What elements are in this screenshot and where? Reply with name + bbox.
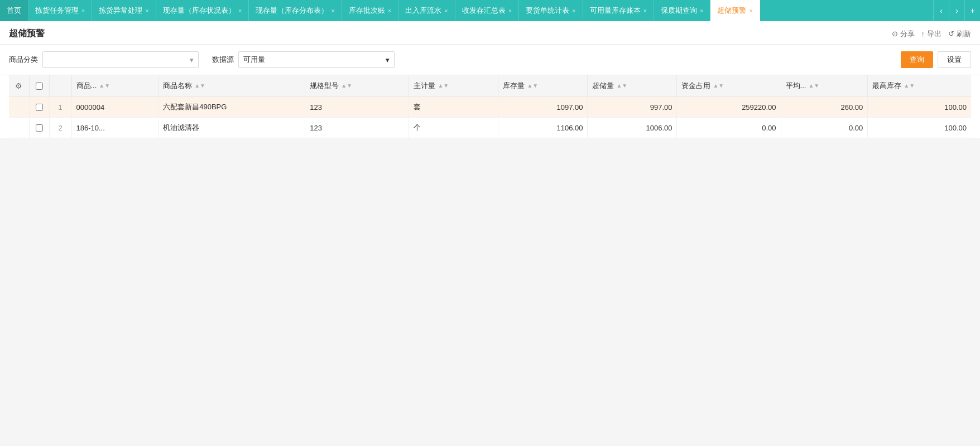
th-spec[interactable]: 规格型号 ▲▼ (305, 75, 409, 97)
header-actions: ⊙ 分享 ↑ 导出 ↺ 刷新 (892, 29, 972, 39)
th-overstock[interactable]: 超储量 ▲▼ (588, 75, 677, 97)
row-name-1: 机油滤清器 (158, 118, 305, 138)
datasource-label: 数据源 (212, 55, 234, 65)
nav-item-avail-account[interactable]: 可用量库存账本 × (583, 0, 654, 21)
row-stock-0: 1097.00 (498, 97, 588, 118)
nav-arrow-expand[interactable]: + (964, 0, 980, 21)
sort-overstock-icon: ▲▼ (616, 83, 627, 89)
sort-max-icon: ▲▼ (904, 83, 915, 89)
nav-item-home[interactable]: 首页 (0, 0, 28, 21)
close-abnormal[interactable]: × (145, 7, 148, 14)
th-name[interactable]: 商品名称 ▲▼ (158, 75, 305, 97)
refresh-icon: ↺ (948, 30, 954, 38)
datasource-select[interactable]: 可用量 ▾ (238, 51, 395, 68)
nav-item-quality-check[interactable]: 保质期查询 × (654, 0, 710, 21)
datasource-chevron-icon: ▾ (386, 56, 390, 64)
row-checkbox-0 (29, 97, 49, 118)
row-select-1[interactable] (36, 124, 43, 132)
row-unit-0: 套 (409, 97, 498, 118)
datasource-select-value: 可用量 (243, 55, 265, 65)
sort-name-icon: ▲▼ (194, 83, 205, 89)
row-num-1: 2 (49, 118, 71, 138)
sort-unit-icon: ▲▼ (438, 83, 449, 89)
filter-actions: 查询 设置 (901, 51, 971, 68)
row-avg-0: 260.00 (781, 97, 868, 118)
th-stock[interactable]: 库存量 ▲▼ (498, 75, 588, 97)
nav-item-order-stats[interactable]: 要货单统计表 × (519, 0, 583, 21)
share-icon: ⊙ (892, 30, 898, 38)
share-button[interactable]: ⊙ 分享 (892, 29, 915, 39)
category-label: 商品分类 (9, 55, 38, 65)
row-max-0: 100.00 (868, 97, 971, 118)
th-avg[interactable]: 平均... ▲▼ (781, 75, 868, 97)
row-spec-1: 123 (305, 118, 409, 138)
row-settings-0 (9, 97, 29, 118)
row-overstock-0: 997.00 (588, 97, 677, 118)
settings-button[interactable]: 设置 (938, 51, 971, 68)
close-inout-flow[interactable]: × (444, 7, 448, 14)
data-table: ⚙ 商品... ▲▼ 商品名称 ▲▼ (9, 75, 971, 138)
row-settings-1 (9, 118, 29, 138)
nav-arrow-left[interactable]: ‹ (933, 0, 949, 21)
row-max-1: 100.00 (868, 118, 971, 138)
nav-item-inventory-status[interactable]: 现存量（库存状况表） × (156, 0, 249, 21)
close-recv-send[interactable]: × (508, 7, 512, 14)
nav-item-task-mgmt[interactable]: 拣货任务管理 × (28, 0, 92, 21)
settings-gear-icon[interactable]: ⚙ (15, 81, 22, 90)
row-spec-0: 123 (305, 97, 409, 118)
row-select-0[interactable] (36, 104, 43, 111)
filter-area: 商品分类 ▾ 数据源 可用量 ▾ 查询 设置 (0, 45, 980, 75)
nav-item-batch-account[interactable]: 库存批次账 × (342, 0, 398, 21)
th-num (49, 75, 71, 97)
close-task-mgmt[interactable]: × (81, 7, 85, 14)
nav-item-inventory-dist[interactable]: 现存量（库存分布表） × (249, 0, 342, 21)
table-header-row: ⚙ 商品... ▲▼ 商品名称 ▲▼ (9, 75, 971, 97)
th-code[interactable]: 商品... ▲▼ (71, 75, 158, 97)
sort-code-icon: ▲▼ (99, 83, 110, 89)
refresh-button[interactable]: ↺ 刷新 (948, 29, 971, 39)
row-overstock-1: 1006.00 (588, 118, 677, 138)
close-batch-account[interactable]: × (388, 7, 391, 14)
th-unit[interactable]: 主计量 ▲▼ (409, 75, 498, 97)
row-avg-1: 0.00 (781, 118, 868, 138)
sort-spec-icon: ▲▼ (341, 83, 352, 89)
category-chevron-icon: ▾ (190, 56, 194, 64)
row-checkbox-1 (29, 118, 49, 138)
sort-avg-icon: ▲▼ (808, 83, 819, 89)
export-button[interactable]: ↑ 导出 (921, 29, 942, 39)
nav-item-abnormal[interactable]: 拣货异常处理 × (92, 0, 156, 21)
export-icon: ↑ (921, 30, 925, 38)
close-inventory-status[interactable]: × (238, 7, 242, 14)
row-num-0: 1 (49, 97, 71, 118)
datasource-filter: 数据源 可用量 ▾ (212, 51, 395, 68)
th-max[interactable]: 最高库存 ▲▼ (868, 75, 971, 97)
nav-item-recv-send[interactable]: 收发存汇总表 × (455, 0, 519, 21)
sort-capital-icon: ▲▼ (713, 83, 724, 89)
page-header: 超储预警 ⊙ 分享 ↑ 导出 ↺ 刷新 (0, 21, 980, 45)
row-capital-0: 259220.00 (677, 97, 781, 118)
table-area: ⚙ 商品... ▲▼ 商品名称 ▲▼ (0, 75, 980, 138)
select-all-checkbox[interactable] (36, 83, 43, 90)
nav-arrows: ‹ › + (933, 0, 980, 21)
query-button[interactable]: 查询 (901, 51, 933, 68)
close-overstock-warning[interactable]: × (749, 7, 752, 14)
row-capital-1: 0.00 (677, 118, 781, 138)
nav-item-inout-flow[interactable]: 出入库流水 × (398, 0, 455, 21)
page-title: 超储预警 (9, 28, 45, 40)
row-unit-1: 个 (409, 118, 498, 138)
nav-item-overstock-warning[interactable]: 超储预警 × (710, 0, 760, 21)
table-body: 1 0000004 六配套新昌490BPG 123 套 1097.00 997.… (9, 97, 971, 138)
table-row: 2 186-10... 机油滤清器 123 个 1106.00 1006.00 … (9, 118, 971, 138)
close-order-stats[interactable]: × (572, 7, 575, 14)
close-quality-check[interactable]: × (700, 7, 703, 14)
th-capital[interactable]: 资金占用 ▲▼ (677, 75, 781, 97)
top-nav: 首页 拣货任务管理 × 拣货异常处理 × 现存量（库存状况表） × 现存量（库存… (0, 0, 980, 21)
close-avail-account[interactable]: × (643, 7, 647, 14)
row-code-1: 186-10... (71, 118, 158, 138)
category-select[interactable]: ▾ (42, 51, 199, 68)
nav-arrow-right[interactable]: › (949, 0, 964, 21)
close-inventory-dist[interactable]: × (331, 7, 334, 14)
row-name-0: 六配套新昌490BPG (158, 97, 305, 118)
th-settings: ⚙ (9, 75, 29, 97)
th-checkbox (29, 75, 49, 97)
